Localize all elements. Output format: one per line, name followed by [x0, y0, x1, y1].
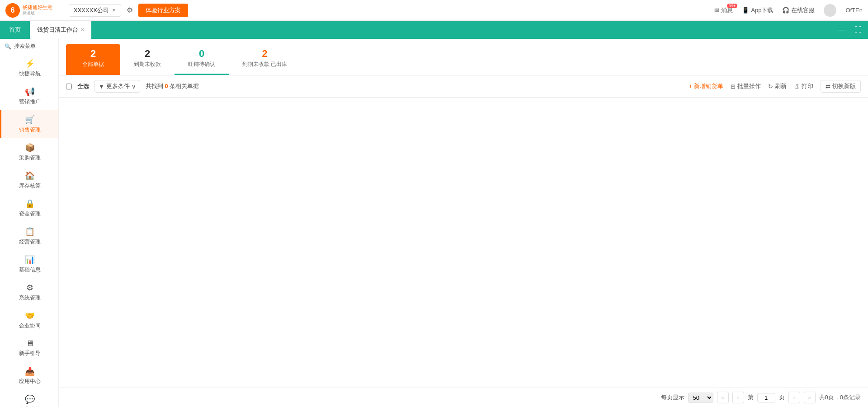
page-label: 第 [748, 393, 754, 402]
logo-text-group: 畅捷通好生意 标准版 [23, 4, 52, 16]
stat-tab-overdue-out[interactable]: 2 到期未收款 已出库 [229, 44, 301, 75]
next-page-btn[interactable]: › [788, 392, 800, 403]
tab-home[interactable]: 首页 [0, 21, 30, 39]
sidebar-item-label: 系统管理 [19, 294, 41, 302]
toolbar: 全选 ▼ 更多条件 ∨ 共找到 0 条相关单据 + 新增销货单 ⊞ 批量操作 ↻ [59, 75, 868, 98]
tab-minimize-btn[interactable]: — [835, 25, 848, 35]
stat-tab-pending[interactable]: 0 旺铺待确认 [175, 44, 229, 75]
sidebar-item-quick-nav[interactable]: ⚡ 快捷导航 [0, 54, 58, 82]
tab-close-btn[interactable]: × [81, 27, 84, 33]
print-label: 打印 [802, 82, 813, 90]
sidebar-item-label: 销售管理 [19, 126, 41, 134]
toolbar-right: + 新增销货单 ⊞ 批量操作 ↻ 刷新 🖨 打印 ⇄ 切换新版 [689, 80, 861, 93]
company-name: XXXXXX公司 [74, 6, 109, 14]
sidebar-item-sales[interactable]: 🛒 销售管理 [0, 110, 58, 138]
settings-icon-btn[interactable]: ⚙ [125, 4, 135, 16]
first-page-btn[interactable]: « [717, 392, 729, 403]
trial-btn[interactable]: 体验行业方案 [138, 4, 188, 17]
sidebar-item-label: 营销推广 [19, 98, 41, 106]
filter-icon: ▼ [99, 83, 104, 90]
new-sales-order-btn[interactable]: + 新增销货单 [689, 82, 723, 90]
app-center-icon: 📥 [25, 366, 35, 376]
online-service-label: 在线客服 [791, 6, 815, 14]
sidebar-item-operations[interactable]: 📋 经营管理 [0, 222, 58, 250]
app-download-btn[interactable]: 📱 App下载 [742, 6, 773, 14]
operations-icon: 📋 [25, 227, 35, 237]
sidebar-item-inventory[interactable]: 🏠 库存核算 [0, 166, 58, 194]
tab-bar: 首页 钱货日清工作台 × — ⛶ [0, 21, 868, 39]
table-area [59, 98, 868, 388]
sidebar-item-purchase[interactable]: 📦 采购管理 [0, 138, 58, 166]
sidebar-item-system[interactable]: ⚙ 系统管理 [0, 278, 58, 306]
sidebar-item-label: 企业协同 [19, 322, 41, 330]
service-icon: 🎧 [782, 7, 789, 14]
stat-number-pending: 0 [199, 48, 204, 60]
sidebar-item-label: 资金管理 [19, 210, 41, 218]
stat-number-overdue-out: 2 [262, 48, 268, 60]
header-right: ✉ 消息 99+ 📱 App下载 🎧 在线客服 OfTEn [714, 4, 863, 17]
sidebar-item-label: 库存核算 [19, 182, 41, 190]
basic-info-icon: 📊 [25, 255, 35, 265]
sidebar-item-label: 快捷导航 [19, 70, 41, 78]
batch-operation-btn[interactable]: ⊞ 批量操作 [731, 82, 761, 90]
stats-tabs: 2 全部单据 2 到期未收款 0 旺铺待确认 2 到期未收款 已出库 [59, 39, 868, 75]
page-input[interactable]: 1 [757, 393, 775, 402]
app-download-label: App下载 [751, 6, 773, 14]
sidebar-item-app-center[interactable]: 📥 应用中心 [0, 362, 58, 390]
stat-tab-all[interactable]: 2 全部单据 [66, 44, 120, 75]
switch-version-btn[interactable]: ⇄ 切换新版 [821, 80, 861, 93]
wechat-icon: 💬 [25, 394, 35, 404]
sidebar-item-finance[interactable]: 🔒 资金管理 [0, 194, 58, 222]
tab-bar-right: — ⛶ [835, 25, 868, 35]
stat-label-overdue-out: 到期未收款 已出库 [242, 61, 287, 68]
sidebar-item-label: 应用中心 [19, 378, 41, 385]
sidebar-item-marketing[interactable]: 📢 营销推广 [0, 82, 58, 110]
select-all-checkbox[interactable] [66, 84, 72, 89]
per-page-label: 每页显示 [661, 393, 684, 402]
sidebar-item-cooperation[interactable]: 🤝 企业协同 [0, 306, 58, 334]
message-icon: ✉ [714, 7, 719, 14]
content-area: 2 全部单据 2 到期未收款 0 旺铺待确认 2 到期未收款 已出库 全选 ▼ … [59, 39, 868, 407]
print-btn[interactable]: 🖨 打印 [794, 82, 813, 90]
tab-active-workbench[interactable]: 钱货日清工作台 × [30, 21, 91, 39]
sidebar-item-guide[interactable]: 🖥 新手引导 [0, 334, 58, 362]
refresh-btn[interactable]: ↻ 刷新 [768, 82, 787, 90]
system-icon: ⚙ [26, 283, 33, 293]
total-text: 共0页，0条记录 [819, 393, 861, 402]
main-layout: 🔍 搜索菜单 ⚡ 快捷导航 📢 营销推广 🛒 销售管理 📦 采购管理 🏠 库存核… [0, 39, 868, 407]
filter-btn[interactable]: ▼ 更多条件 ∨ [94, 80, 140, 93]
cooperation-icon: 🤝 [25, 311, 35, 321]
tab-label: 钱货日清工作台 [37, 26, 78, 34]
refresh-icon: ↻ [768, 83, 773, 90]
last-page-btn[interactable]: » [804, 392, 816, 403]
sidebar-item-label: 新手引导 [19, 350, 41, 357]
logo-icon: 6 [5, 3, 20, 18]
purchase-icon: 📦 [25, 143, 35, 153]
footer-bar: 每页显示 20 50 100 « ‹ 第 1 页 › » 共0页，0条记录 [59, 388, 868, 407]
download-icon: 📱 [742, 7, 749, 14]
sidebar-search-item[interactable]: 🔍 搜索菜单 [0, 39, 58, 54]
per-page-select[interactable]: 20 50 100 [688, 393, 713, 403]
switch-label: 切换新版 [832, 82, 856, 90]
guide-icon: 🖥 [26, 339, 34, 348]
stat-tab-overdue[interactable]: 2 到期未收款 [120, 44, 175, 75]
prev-page-btn[interactable]: ‹ [732, 392, 744, 403]
logo-area: 6 畅捷通好生意 标准版 [5, 3, 64, 18]
stat-label-pending: 旺铺待确认 [188, 61, 215, 68]
batch-label: 批量操作 [737, 82, 761, 90]
switch-icon: ⇄ [826, 83, 830, 90]
user-avatar[interactable] [824, 4, 836, 17]
found-suffix: 条相关单据 [170, 83, 199, 89]
online-service-btn[interactable]: 🎧 在线客服 [782, 6, 815, 14]
sidebar-item-basic-info[interactable]: 📊 基础信息 [0, 250, 58, 278]
sidebar-item-label: 经营管理 [19, 238, 41, 246]
refresh-label: 刷新 [775, 82, 787, 90]
company-selector[interactable]: XXXXXX公司 ▼ [69, 4, 121, 17]
messages-btn[interactable]: ✉ 消息 99+ [714, 6, 733, 14]
sidebar-item-wechat[interactable]: 💬 企业微信 [0, 390, 58, 407]
quick-nav-icon: ⚡ [25, 59, 35, 69]
tab-maximize-btn[interactable]: ⛶ [852, 25, 864, 35]
stat-number-all: 2 [90, 48, 96, 60]
sidebar-search-label: 搜索菜单 [14, 42, 36, 50]
select-all-label: 全选 [77, 82, 89, 90]
